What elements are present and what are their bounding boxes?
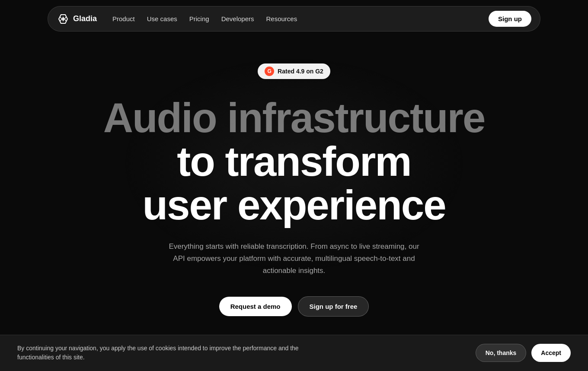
main-nav: Gladia Product Use cases Pricing Develop… [48, 6, 540, 32]
nav-link-product[interactable]: Product [112, 15, 135, 22]
nav-link-pricing[interactable]: Pricing [189, 15, 209, 22]
nav-item-resources[interactable]: Resources [266, 15, 297, 23]
nav-link-developers[interactable]: Developers [221, 15, 254, 22]
nav-item-usecases[interactable]: Use cases [147, 15, 177, 23]
nav-wrapper: Gladia Product Use cases Pricing Develop… [0, 0, 588, 38]
nav-links: Product Use cases Pricing Developers Res… [112, 15, 297, 23]
g2-icon: G [265, 67, 274, 76]
brand-name: Gladia [73, 14, 97, 23]
cookie-actions: No, thanks Accept [476, 344, 571, 362]
nav-link-usecases[interactable]: Use cases [147, 15, 177, 22]
signup-free-button[interactable]: Sign up for free [298, 296, 369, 317]
hero-title-line1: Audio infrastructure [103, 96, 485, 140]
rating-text: Rated 4.9 on G2 [278, 68, 323, 75]
hero-title-line3: user experience [103, 184, 485, 227]
nav-item-developers[interactable]: Developers [221, 15, 254, 23]
cta-buttons: Request a demo Sign up for free [219, 296, 369, 317]
request-demo-button[interactable]: Request a demo [219, 297, 292, 316]
logo[interactable]: Gladia [57, 13, 97, 25]
hero-title-line2: to transform [103, 140, 485, 184]
hero-title: Audio infrastructure to transform user e… [103, 96, 485, 227]
cookie-decline-button[interactable]: No, thanks [476, 344, 527, 362]
cookie-text: By continuing your navigation, you apply… [17, 344, 311, 362]
cookie-banner: By continuing your navigation, you apply… [0, 335, 588, 371]
rating-badge: G Rated 4.9 on G2 [258, 63, 330, 79]
hero-section: G Rated 4.9 on G2 Audio infrastructure t… [0, 38, 588, 334]
cookie-accept-button[interactable]: Accept [531, 344, 571, 362]
nav-link-resources[interactable]: Resources [266, 15, 297, 22]
nav-item-pricing[interactable]: Pricing [189, 15, 209, 23]
nav-item-product[interactable]: Product [112, 15, 135, 23]
hero-subtitle: Everything starts with reliable transcri… [164, 241, 424, 277]
nav-signup-button[interactable]: Sign up [489, 11, 531, 27]
gladia-logo-icon [57, 13, 70, 25]
nav-left: Gladia Product Use cases Pricing Develop… [57, 13, 297, 25]
